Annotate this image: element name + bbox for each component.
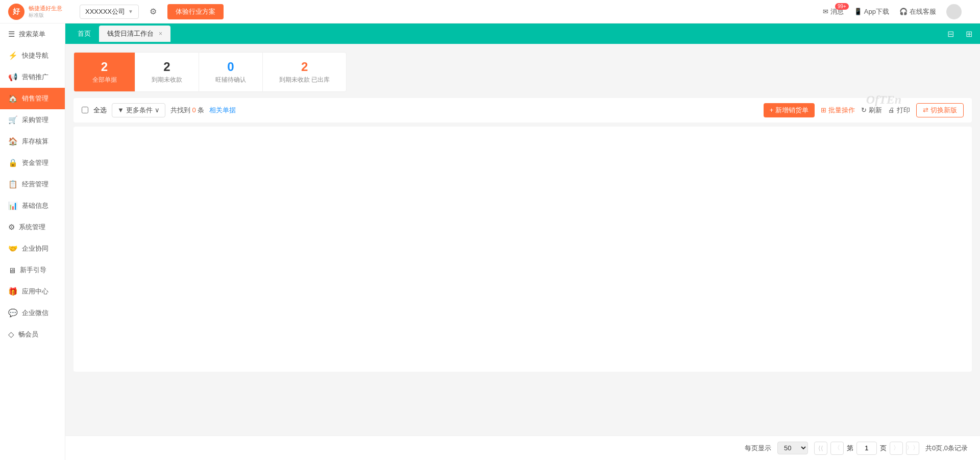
- sidebar-item-finance[interactable]: 🔒 资金管理: [0, 152, 65, 174]
- filter-label: 更多条件: [126, 106, 153, 115]
- add-sales-order-button[interactable]: + 新增销货单: [764, 103, 815, 117]
- enterprise-icon: 🤝: [8, 244, 18, 253]
- basic-info-icon: 📊: [8, 201, 18, 210]
- sidebar-item-label: 销售管理: [22, 94, 48, 103]
- page-unit-label: 页: [880, 444, 887, 453]
- sidebar-item-label: 快捷导航: [22, 51, 48, 60]
- sidebar-item-label: 库存核算: [22, 137, 48, 146]
- sidebar-item-operations[interactable]: 📋 经营管理: [0, 174, 65, 195]
- tab-maximize-button[interactable]: ⊞: [962, 27, 976, 41]
- member-icon: ◇: [8, 330, 14, 339]
- tab-close-button[interactable]: ×: [159, 30, 162, 37]
- filter-arrow-icon: ∨: [155, 106, 160, 114]
- refresh-button[interactable]: ↻ 刷新: [861, 106, 882, 115]
- user-avatar[interactable]: [946, 4, 962, 19]
- switch-label: 切换新版: [930, 106, 957, 115]
- header-right: ✉ 消息 99+ 📱 App下载 🎧 在线客服: [823, 4, 972, 19]
- message-icon: ✉: [823, 8, 828, 15]
- messages-button[interactable]: ✉ 消息 99+: [823, 7, 844, 16]
- toolbar-right: + 新增销货单 ⊞ 批量操作 ↻ 刷新 🖨 打印 ⇄ 切换新版: [764, 103, 964, 117]
- sidebar-item-label: 新手引导: [20, 265, 46, 275]
- sidebar-item-sales[interactable]: 🏠 销售管理: [0, 88, 65, 109]
- wechat-icon: 💬: [8, 308, 18, 318]
- print-label: 打印: [897, 106, 910, 115]
- sidebar-item-label: 基础信息: [22, 201, 48, 210]
- tab-cashflow-label: 钱货日清工作台: [107, 29, 154, 38]
- purchase-icon: 🛒: [8, 115, 18, 125]
- marketing-icon: 📢: [8, 72, 18, 82]
- sidebar-item-member[interactable]: ◇ 畅会员: [0, 324, 65, 345]
- related-orders-link[interactable]: 相关单据: [209, 106, 236, 115]
- per-page-select[interactable]: 50 20 100 200: [777, 442, 808, 454]
- trial-button[interactable]: 体验行业方案: [167, 4, 224, 19]
- service-icon: 🎧: [899, 8, 908, 15]
- stat-num-all: 2: [90, 60, 118, 75]
- tab-minimize-button[interactable]: ⊟: [943, 27, 958, 41]
- found-text: 共找到 0 条: [170, 106, 204, 115]
- online-service-button[interactable]: 🎧 在线客服: [899, 7, 936, 16]
- stat-label-pending: 旺辅待确认: [215, 76, 246, 84]
- batch-operation-button[interactable]: ⊞ 批量操作: [821, 106, 855, 115]
- tab-cashflow[interactable]: 钱货日清工作台 ×: [99, 26, 170, 42]
- print-icon: 🖨: [888, 106, 895, 114]
- toolbar-left: 全选 ▼ 更多条件 ∨ 共找到 0 条 相关单据: [82, 103, 757, 117]
- stat-card-overdue[interactable]: 2 到期未收款: [135, 53, 199, 91]
- app-logo: 好: [8, 4, 24, 20]
- next-page-button[interactable]: 〉: [890, 442, 903, 455]
- app-name: 畅捷通好生意 标准版: [29, 5, 62, 18]
- sidebar-item-marketing[interactable]: 📢 营销推广: [0, 66, 65, 88]
- stat-num-overdue: 2: [152, 60, 182, 75]
- sidebar-item-wechat[interactable]: 💬 企业微信: [0, 302, 65, 324]
- app-download-label: App下载: [864, 7, 889, 16]
- company-name: XXXXXX公司: [85, 7, 125, 16]
- sidebar-item-basic-info[interactable]: 📊 基础信息: [0, 195, 65, 216]
- tab-bar-actions: ⊟ ⊞: [943, 27, 976, 41]
- header-left: 好 畅捷通好生意 标准版 XXXXXX公司 ▼ ⚙ 体验行业方案: [8, 4, 224, 20]
- first-page-button[interactable]: ⟨⟨: [814, 442, 827, 455]
- batch-icon: ⊞: [821, 106, 826, 114]
- sidebar-item-label: 搜索菜单: [19, 30, 45, 39]
- finance-icon: 🔒: [8, 158, 18, 167]
- sidebar-item-inventory[interactable]: 🏠 库存核算: [0, 131, 65, 152]
- prev-page-button[interactable]: 〈: [830, 442, 844, 455]
- sidebar-item-quick-nav[interactable]: ⚡ 快捷导航: [0, 45, 65, 66]
- stat-label-all: 全部单据: [90, 76, 118, 84]
- search-menu-icon: ☰: [8, 30, 15, 39]
- batch-label: 批量操作: [828, 106, 855, 115]
- sidebar-item-search[interactable]: ☰ 搜索菜单: [0, 23, 65, 45]
- select-all-checkbox[interactable]: [82, 107, 88, 113]
- top-header: 好 畅捷通好生意 标准版 XXXXXX公司 ▼ ⚙ 体验行业方案 ✉ 消息 99…: [0, 0, 980, 23]
- sidebar-item-purchase[interactable]: 🛒 采购管理: [0, 109, 65, 131]
- company-selector[interactable]: XXXXXX公司 ▼: [80, 5, 139, 19]
- page-total-label: 共0页,0条记录: [925, 444, 968, 453]
- sidebar-item-newbie[interactable]: 🖥 新手引导: [0, 259, 65, 281]
- messages-badge: 99+: [835, 3, 849, 10]
- sidebar-item-app-center[interactable]: 🎁 应用中心: [0, 281, 65, 302]
- operations-icon: 📋: [8, 180, 18, 189]
- table-area: [74, 127, 972, 372]
- stat-card-all[interactable]: 2 全部单据: [74, 53, 135, 91]
- stat-label-overdue: 到期未收款: [152, 76, 182, 84]
- sidebar-item-system[interactable]: ⚙ 系统管理: [0, 216, 65, 238]
- stat-num-overdue-shipped: 2: [279, 60, 330, 75]
- stat-card-overdue-shipped[interactable]: 2 到期未收款 已出库: [263, 53, 346, 91]
- stat-card-pending[interactable]: 0 旺辅待确认: [199, 53, 263, 91]
- last-page-button[interactable]: 〉〉: [906, 442, 919, 455]
- inventory-icon: 🏠: [8, 137, 18, 146]
- settings-button[interactable]: ⚙: [145, 4, 161, 20]
- online-service-label: 在线客服: [910, 7, 936, 16]
- filter-icon: ▼: [117, 106, 124, 114]
- main-content: 2 全部单据 2 到期未收款 0 旺辅待确认 2 到期未收款 已出库 全选 ▼ …: [65, 44, 980, 460]
- app-download-button[interactable]: 📱 App下载: [854, 7, 889, 16]
- sidebar-item-enterprise[interactable]: 🤝 企业协同: [0, 238, 65, 259]
- switch-version-button[interactable]: ⇄ 切换新版: [916, 103, 964, 117]
- pagination-bar: 每页显示 50 20 100 200 ⟨⟨ 〈 第 1 页 〉 〉〉 共0页,0…: [65, 435, 980, 460]
- tab-home[interactable]: 首页: [69, 26, 99, 42]
- refresh-label: 刷新: [869, 106, 882, 115]
- logo-area: 好 畅捷通好生意 标准版: [8, 4, 74, 20]
- filter-button[interactable]: ▼ 更多条件 ∨: [112, 103, 165, 117]
- page-nav: ⟨⟨ 〈 第 1 页 〉 〉〉: [814, 442, 919, 455]
- sidebar-item-label: 企业微信: [22, 308, 48, 318]
- print-button[interactable]: 🖨 打印: [888, 106, 910, 115]
- page-number-input[interactable]: 1: [856, 442, 877, 455]
